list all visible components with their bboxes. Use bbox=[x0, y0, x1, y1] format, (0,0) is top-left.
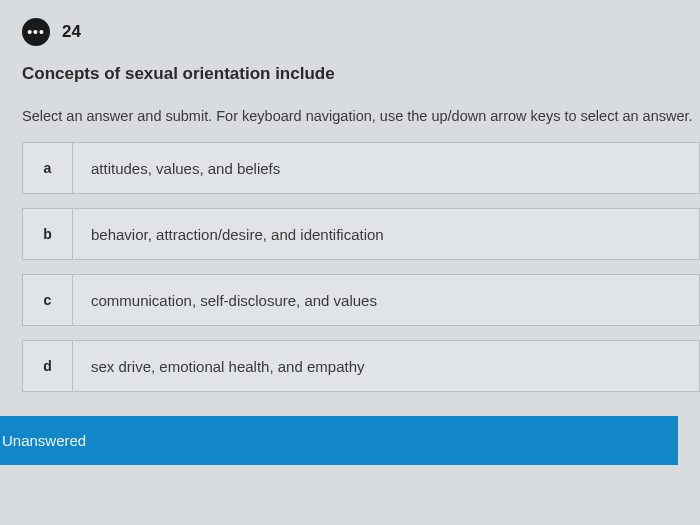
option-c[interactable]: c communication, self-disclosure, and va… bbox=[22, 274, 700, 326]
status-bar: Unanswered bbox=[0, 416, 678, 465]
option-text: attitudes, values, and beliefs bbox=[73, 143, 699, 193]
question-prompt: Concepts of sexual orientation include bbox=[22, 64, 700, 84]
option-d[interactable]: d sex drive, emotional health, and empat… bbox=[22, 340, 700, 392]
option-letter: a bbox=[23, 143, 73, 193]
question-instructions: Select an answer and submit. For keyboar… bbox=[22, 106, 700, 126]
status-label: Unanswered bbox=[2, 432, 86, 449]
option-text: communication, self-disclosure, and valu… bbox=[73, 275, 699, 325]
question-container: ••• 24 Concepts of sexual orientation in… bbox=[0, 0, 700, 392]
options-list: a attitudes, values, and beliefs b behav… bbox=[22, 142, 700, 392]
question-header: ••• 24 bbox=[22, 18, 700, 46]
option-letter: b bbox=[23, 209, 73, 259]
option-letter: d bbox=[23, 341, 73, 391]
option-a[interactable]: a attitudes, values, and beliefs bbox=[22, 142, 700, 194]
option-text: behavior, attraction/desire, and identif… bbox=[73, 209, 699, 259]
more-icon[interactable]: ••• bbox=[22, 18, 50, 46]
question-number: 24 bbox=[62, 22, 81, 42]
option-letter: c bbox=[23, 275, 73, 325]
ellipsis-icon: ••• bbox=[27, 24, 45, 40]
option-b[interactable]: b behavior, attraction/desire, and ident… bbox=[22, 208, 700, 260]
option-text: sex drive, emotional health, and empathy bbox=[73, 341, 699, 391]
